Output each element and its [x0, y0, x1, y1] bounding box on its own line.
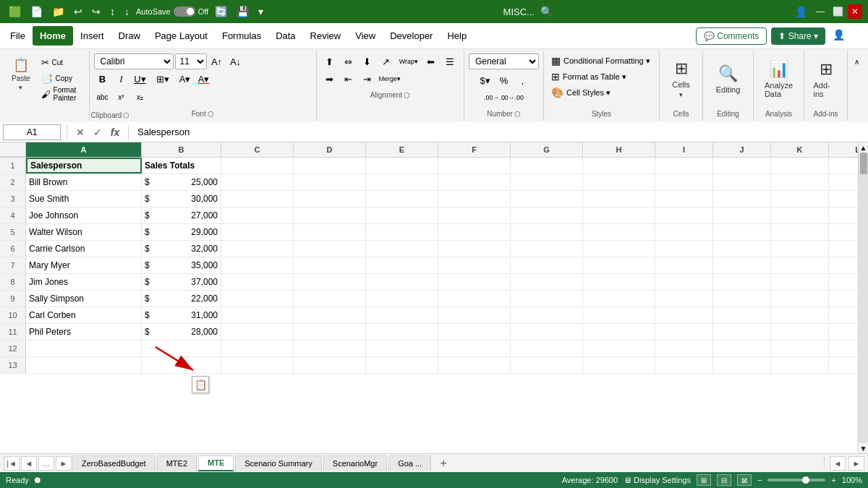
cell-i10[interactable] — [655, 307, 713, 323]
row-number-4[interactable]: 4 — [0, 207, 26, 223]
decrease-decimal-button[interactable]: .00→.0 — [486, 90, 503, 106]
cell-f11[interactable] — [438, 324, 511, 340]
cell-f8[interactable] — [438, 274, 511, 290]
increase-font-button[interactable]: A↑ — [208, 53, 226, 69]
sort2-icon[interactable]: ↓ — [122, 4, 132, 19]
cut-button[interactable]: ✂Cut — [38, 55, 88, 69]
cell-l13[interactable] — [829, 357, 858, 373]
cell-b9[interactable]: $22,000 — [142, 291, 221, 307]
cell-c1[interactable] — [221, 158, 294, 174]
align-bottom-button[interactable]: ⬇ — [359, 53, 376, 69]
zoom-minus-button[interactable]: − — [757, 476, 762, 484]
cell-reference-input[interactable] — [3, 124, 61, 140]
cell-c5[interactable] — [221, 224, 294, 240]
cell-c9[interactable] — [221, 291, 294, 307]
cell-i7[interactable] — [655, 257, 713, 273]
cell-k3[interactable] — [771, 191, 829, 207]
bold-button[interactable]: B — [94, 72, 111, 87]
align-right-button[interactable]: ➡ — [321, 71, 339, 87]
cell-d3[interactable] — [294, 191, 366, 207]
cell-e10[interactable] — [366, 307, 438, 323]
cell-k7[interactable] — [771, 257, 829, 273]
cell-i4[interactable] — [655, 207, 713, 223]
cell-e6[interactable] — [366, 241, 438, 257]
sheet-tab-scenariomgr[interactable]: ScenarioMgr — [323, 455, 387, 471]
tab-nav-first[interactable]: |◄ — [4, 456, 20, 471]
col-header-e[interactable]: E — [366, 142, 438, 157]
share-button[interactable]: ⬆ Share ▾ — [771, 27, 825, 45]
cell-g8[interactable] — [511, 274, 583, 290]
cell-d8[interactable] — [294, 274, 366, 290]
cell-b10[interactable]: $31,000 — [142, 307, 221, 323]
cell-a12[interactable] — [26, 341, 142, 356]
menu-item-formulas[interactable]: Formulas — [215, 26, 268, 46]
cell-d7[interactable] — [294, 257, 366, 273]
format-as-table-button[interactable]: ⊞ Format as Table ▾ — [548, 69, 655, 84]
cell-f6[interactable] — [438, 241, 511, 257]
fill-color-button[interactable]: A▾ — [176, 72, 194, 87]
zoom-thumb[interactable] — [802, 476, 809, 484]
cell-i1[interactable] — [655, 158, 713, 174]
align-left-button[interactable]: ⬅ — [422, 53, 440, 69]
cell-j12[interactable] — [713, 341, 771, 356]
cell-h3[interactable] — [583, 191, 655, 207]
col-header-k[interactable]: K — [771, 142, 829, 157]
profile-menu-icon[interactable]: 👤 — [830, 27, 848, 45]
cell-l2[interactable] — [829, 174, 858, 190]
font-expand-icon[interactable]: ⬡ — [208, 110, 214, 118]
tab-scroll-right[interactable]: ► — [848, 456, 864, 471]
cell-a8[interactable]: Jim Jones — [26, 274, 142, 290]
cell-h7[interactable] — [583, 257, 655, 273]
cancel-formula-button[interactable]: ✕ — [73, 125, 88, 140]
cell-a6[interactable]: Carrie Carlson — [26, 241, 142, 257]
menu-item-home[interactable]: Home — [33, 26, 73, 46]
cell-h9[interactable] — [583, 291, 655, 307]
cell-k6[interactable] — [771, 241, 829, 257]
cell-j2[interactable] — [713, 174, 771, 190]
cell-l7[interactable] — [829, 257, 858, 273]
cell-k13[interactable] — [771, 357, 829, 373]
cell-g13[interactable] — [511, 357, 583, 373]
zoom-plus-button[interactable]: + — [831, 476, 835, 484]
menu-item-help[interactable]: Help — [440, 26, 474, 46]
cell-h4[interactable] — [583, 207, 655, 223]
tab-nav-next[interactable]: ► — [56, 456, 72, 471]
addins-button[interactable]: ⊞ Add-ins — [808, 53, 844, 104]
orientation-button[interactable]: ↗ — [378, 53, 395, 69]
number-expand-icon[interactable]: ⬡ — [514, 110, 521, 118]
cell-d9[interactable] — [294, 291, 366, 307]
sort-icon[interactable]: ↕ — [107, 4, 118, 19]
sheet-tab-scenario-summary[interactable]: Scenario Summary — [235, 455, 322, 471]
cell-i11[interactable] — [655, 324, 713, 340]
row-number-2[interactable]: 2 — [0, 174, 26, 190]
cell-g3[interactable] — [511, 191, 583, 207]
tab-scroll-left[interactable]: ◄ — [830, 456, 846, 471]
cell-e12[interactable] — [366, 341, 438, 356]
cell-e13[interactable] — [366, 357, 438, 373]
cell-j7[interactable] — [713, 257, 771, 273]
zoom-level[interactable]: 100% — [842, 476, 862, 484]
cell-c10[interactable] — [221, 307, 294, 323]
editing-button[interactable]: 🔍 Editing — [710, 53, 746, 104]
cell-k9[interactable] — [771, 291, 829, 307]
cell-l1[interactable] — [829, 158, 858, 174]
menu-item-file[interactable]: File — [3, 26, 33, 46]
col-header-a[interactable]: A — [26, 142, 142, 157]
font-name-select[interactable]: Calibri — [94, 53, 174, 69]
cell-e5[interactable] — [366, 224, 438, 240]
row-number-3[interactable]: 3 — [0, 191, 26, 207]
cell-a3[interactable]: Sue Smith — [26, 191, 142, 207]
vertical-scrollbar[interactable]: ▲ ▼ — [858, 142, 868, 453]
number-format-select[interactable]: General — [469, 53, 539, 69]
autosave-toggle[interactable]: Off — [174, 7, 208, 17]
cell-b8[interactable]: $37,000 — [142, 274, 221, 290]
cell-b1[interactable]: Sales Totals — [142, 158, 221, 174]
cells-dropdown[interactable]: ▾ — [679, 91, 683, 98]
col-header-h[interactable]: H — [583, 142, 655, 157]
cell-f2[interactable] — [438, 174, 511, 190]
profile-icon[interactable]: 👤 — [792, 4, 810, 19]
cell-f7[interactable] — [438, 257, 511, 273]
increase-decimal-button[interactable]: .0→.00 — [505, 90, 522, 106]
analyze-data-button[interactable]: 📊 AnalyzeData — [759, 53, 799, 104]
paste-dropdown[interactable]: ▾ — [19, 84, 22, 91]
